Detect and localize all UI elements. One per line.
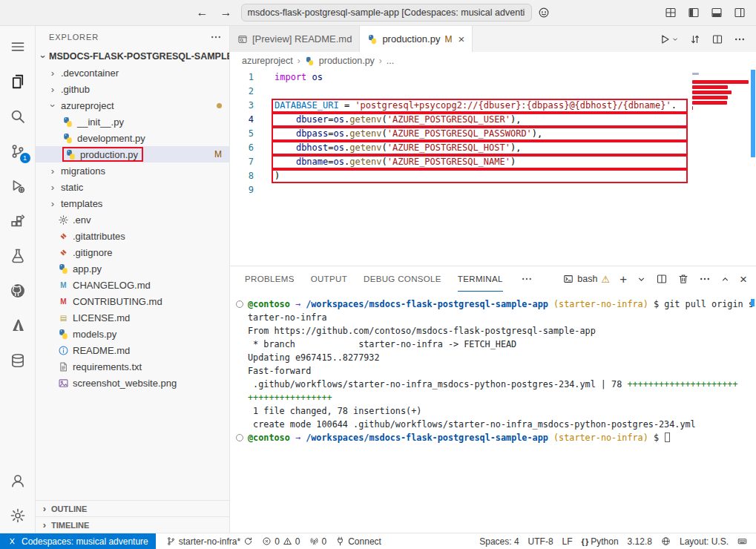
breadcrumb-item[interactable]: ... [387, 56, 394, 66]
code-line-7[interactable]: 7 dbname=os.getenv('AZURE_POSTGRESQL_NAM… [230, 155, 688, 169]
tree-item-gitignore[interactable]: .gitignore [36, 244, 229, 260]
connect-status[interactable]: Connect [331, 533, 386, 549]
azure-icon[interactable] [0, 308, 36, 343]
code-line-9[interactable]: 9 [230, 183, 688, 197]
tab-preview-readme[interactable]: [Preview] README.md [230, 26, 360, 52]
tree-item-requirements-txt[interactable]: requirements.txt [36, 358, 229, 375]
testing-icon[interactable] [0, 238, 36, 273]
maximize-panel-icon[interactable] [720, 274, 730, 284]
split-editor-icon[interactable] [711, 33, 723, 45]
settings-gear-icon[interactable] [0, 498, 36, 533]
tree-item-development-py[interactable]: development.py [36, 130, 229, 146]
tab-output[interactable]: OUTPUT [311, 266, 347, 292]
kill-terminal-icon[interactable] [677, 273, 689, 285]
ports-status[interactable]: 0 [305, 533, 332, 549]
close-panel-icon[interactable]: × [740, 273, 747, 286]
code-line-content[interactable]: dbpass=os.getenv('AZURE_POSTGRESQL_PASSW… [272, 127, 688, 141]
customize-layout-icon[interactable] [665, 7, 677, 19]
remote-explorer-icon[interactable] [0, 343, 36, 378]
toggle-sidebar-icon[interactable] [688, 7, 700, 19]
swap-editors-icon[interactable] [689, 33, 701, 45]
tree-item-models-py[interactable]: models.py [36, 326, 229, 342]
back-icon[interactable]: ← [197, 6, 208, 19]
source-control-icon[interactable]: 1 [0, 134, 36, 168]
code-line-content[interactable] [272, 183, 688, 197]
indent-status[interactable]: Spaces: 4 [475, 533, 523, 549]
tree-item-changelog-md[interactable]: MCHANGELOG.md [36, 277, 229, 293]
code-line-content[interactable]: ) [272, 169, 688, 183]
tree-item-gitattributes[interactable]: .gitattributes [36, 228, 229, 244]
tree-item-production-py[interactable]: production.pyM [36, 146, 229, 162]
tree-item-contributing-md[interactable]: MCONTRIBUTING.md [36, 293, 229, 309]
tree-item-app-py[interactable]: app.py [36, 260, 229, 277]
code-line-content[interactable]: dbhost=os.getenv('AZURE_POSTGRESQL_HOST'… [272, 141, 688, 155]
terminal[interactable]: @contoso → /workspaces/msdocs-flask-post… [230, 292, 756, 533]
breadcrumb-item[interactable]: azureproject [242, 56, 293, 66]
code-line-content[interactable]: DATABASE_URI = 'postgresql+psycopg2://{d… [272, 99, 688, 113]
run-and-debug-icon[interactable] [0, 168, 36, 203]
code-line-6[interactable]: 6 dbhost=os.getenv('AZURE_POSTGRESQL_HOS… [230, 141, 688, 155]
code-line-1[interactable]: 1import os [230, 70, 688, 85]
tree-item-templates[interactable]: ›templates [36, 195, 229, 211]
tree-item-env[interactable]: .env [36, 211, 229, 228]
extensions-icon[interactable] [0, 203, 36, 238]
split-terminal-icon[interactable] [656, 273, 668, 285]
tree-item-readme-md[interactable]: README.md [36, 342, 229, 358]
breadcrumb-item[interactable]: production.py [319, 56, 375, 66]
tree-item-azureproject[interactable]: ›azureproject [36, 97, 229, 114]
branch-status[interactable]: starter-no-infra* [162, 533, 257, 549]
code-line-4[interactable]: 4 dbuser=os.getenv('AZURE_POSTGRESQL_USE… [230, 113, 688, 127]
search-icon[interactable] [0, 99, 36, 134]
copilot-icon[interactable] [538, 7, 550, 19]
forward-icon[interactable]: → [220, 6, 232, 19]
more-icon[interactable] [521, 273, 533, 285]
code-line-content[interactable]: dbuser=os.getenv('AZURE_POSTGRESQL_USER'… [272, 113, 688, 127]
interpreter-status[interactable]: 3.12.8 [623, 533, 657, 549]
encoding-status[interactable]: UTF-8 [524, 533, 558, 549]
command-center[interactable]: msdocs-flask-postgresql-sample-app [Code… [241, 4, 532, 22]
more-actions-icon[interactable] [210, 31, 222, 43]
code-line-5[interactable]: 5 dbpass=os.getenv('AZURE_POSTGRESQL_PAS… [230, 127, 688, 141]
tab-terminal[interactable]: TERMINAL [458, 266, 503, 292]
code-line-2[interactable]: 2 [230, 85, 688, 99]
tree-item-static[interactable]: ›static [36, 179, 229, 195]
tab-debug-console[interactable]: DEBUG CONSOLE [364, 266, 441, 292]
toggle-secondary-sidebar-icon[interactable] [734, 7, 746, 19]
remote-indicator[interactable]: Codespaces: musical adventure [0, 533, 156, 549]
tab-problems[interactable]: PROBLEMS [245, 266, 295, 292]
tree-item-devcontainer[interactable]: ›.devcontainer [36, 65, 229, 81]
menu-icon[interactable] [0, 29, 36, 64]
code-line-3[interactable]: 3DATABASE_URI = 'postgresql+psycopg2://{… [230, 99, 688, 113]
outline-section[interactable]: › OUTLINE [36, 500, 229, 516]
more-actions-icon[interactable] [734, 33, 746, 45]
overview-ruler-decoration[interactable] [751, 70, 755, 157]
problems-status[interactable]: 0 0 [257, 533, 304, 549]
keyboard-layout-status[interactable]: Layout: U.S. [675, 533, 733, 549]
language-status[interactable]: { } Python [577, 533, 623, 549]
timeline-section[interactable]: › TIMELINE [36, 516, 229, 533]
minimap[interactable] [688, 70, 756, 266]
github-icon[interactable] [0, 273, 36, 308]
explorer-icon[interactable] [0, 64, 36, 99]
keyboard-icon-status[interactable] [733, 533, 752, 549]
more-icon[interactable] [699, 273, 711, 285]
tree-item-screenshot-website-png[interactable]: screenshot_website.png [36, 375, 229, 391]
tree-item-license-md[interactable]: ▤LICENSE.md [36, 309, 229, 326]
toggle-panel-icon[interactable] [711, 7, 723, 19]
chevron-down-icon[interactable] [637, 274, 646, 284]
new-terminal-icon[interactable]: + [619, 273, 627, 286]
terminal-profile-bash[interactable]: bash ⚠ [563, 274, 610, 285]
feedback-status[interactable] [657, 533, 675, 549]
account-icon[interactable] [0, 463, 36, 498]
code-line-8[interactable]: 8) [230, 169, 688, 183]
tab-production-py[interactable]: production.py M × [360, 26, 473, 52]
tree-item-migrations[interactable]: ›migrations [36, 162, 229, 179]
close-icon[interactable]: × [458, 33, 464, 45]
run-python-file-button[interactable] [659, 33, 679, 45]
code-line-content[interactable]: dbname=os.getenv('AZURE_POSTGRESQL_NAME'… [272, 155, 688, 169]
code-line-content[interactable] [272, 85, 688, 99]
tree-item-init-py[interactable]: __init__.py [36, 114, 229, 130]
eol-status[interactable]: LF [558, 533, 577, 549]
code-line-content[interactable]: import os [272, 70, 688, 85]
tree-root-folder[interactable]: › MSDOCS-FLASK-POSTGRESQL-SAMPLE-... [36, 48, 229, 65]
